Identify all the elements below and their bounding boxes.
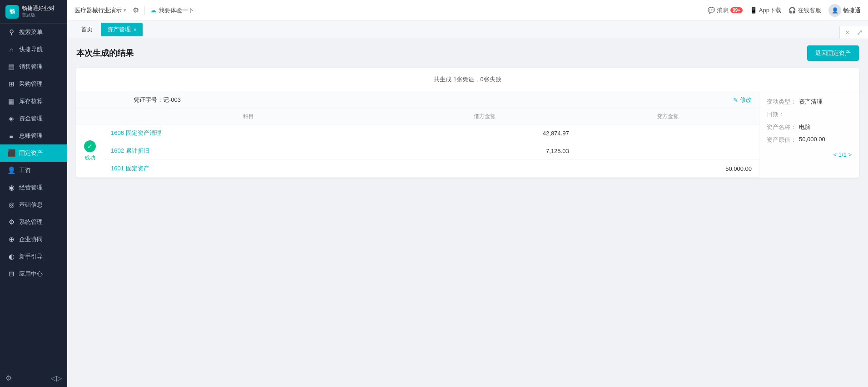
settings-gear-icon[interactable]: ⚙ bbox=[133, 6, 139, 15]
result-summary: 共生成 1张凭证，0张失败 bbox=[76, 68, 859, 91]
username: 畅捷通 bbox=[843, 6, 861, 15]
sidebar-item-salary[interactable]: 👤 工资 bbox=[0, 162, 67, 179]
purchase-icon: ⊞ bbox=[7, 80, 15, 88]
main-area: 医疗器械行业演示 ▾ ⚙ ☁ 我要体验一下 💬 消息 99+ 📱 App下载 🎧… bbox=[67, 0, 868, 387]
inventory-icon: ▦ bbox=[7, 97, 15, 105]
app-download-button[interactable]: 📱 App下载 bbox=[750, 6, 781, 15]
sidebar-item-label: 新手引导 bbox=[19, 253, 43, 261]
tab-close-icon[interactable]: × bbox=[134, 27, 136, 32]
message-icon: 💬 bbox=[708, 7, 715, 14]
panel-close-button[interactable]: × bbox=[843, 28, 851, 37]
summary-text: 共生成 1张凭证，0张失败 bbox=[434, 76, 501, 83]
table-header-subject: 科目 bbox=[104, 109, 393, 124]
asset-name-value: 电脑 bbox=[799, 123, 811, 131]
debit-cell-1: 42,874.97 bbox=[393, 124, 576, 142]
table-header-debit: 借方金额 bbox=[393, 109, 576, 124]
company-name: 医疗器械行业演示 bbox=[74, 6, 122, 15]
sidebar-item-system[interactable]: ⚙ 系统管理 bbox=[0, 213, 67, 231]
message-badge: 99+ bbox=[730, 7, 743, 13]
edit-label: 修改 bbox=[740, 96, 752, 104]
sidebar-item-label: 基础信息 bbox=[19, 201, 43, 209]
experience-button[interactable]: ☁ 我要体验一下 bbox=[150, 6, 194, 15]
change-type-row: 变动类型： 资产清理 bbox=[767, 98, 852, 106]
success-icon: ✓ bbox=[84, 140, 96, 152]
change-type-label: 变动类型： bbox=[767, 98, 796, 106]
capital-icon: ◈ bbox=[7, 114, 15, 123]
tabs-bar: 首页 资产管理 × bbox=[67, 21, 868, 38]
sidebar-item-capital[interactable]: ◈ 资金管理 bbox=[0, 110, 67, 127]
asset-name-row: 资产名称： 电脑 bbox=[767, 123, 852, 131]
sidebar-footer: ⚙ ◁▷ bbox=[0, 369, 67, 387]
voucher-table: 科目 借方金额 贷方金额 ✓ 成功 1606 固定资 bbox=[76, 109, 759, 178]
content-area: 本次生成的结果 返回固定资产 共生成 1张凭证，0张失败 凭证字号：记-003 bbox=[67, 38, 868, 387]
logo-sub: 普及版 bbox=[22, 12, 55, 18]
sidebar-item-purchase[interactable]: ⊞ 采购管理 bbox=[0, 75, 67, 93]
voucher-header: 凭证字号：记-003 ✎ 修改 bbox=[76, 91, 759, 109]
table-row: ✓ 成功 1606 固定资产清理 42,874.97 bbox=[76, 124, 759, 142]
table-row: 1601 固定资产 50,000.00 bbox=[76, 160, 759, 178]
search-icon: ⚲ bbox=[7, 28, 15, 36]
sidebar-item-label: 资金管理 bbox=[19, 114, 43, 123]
fixed-assets-icon: ⬛ bbox=[7, 149, 15, 157]
table-header-credit: 贷方金额 bbox=[576, 109, 759, 124]
credit-cell-3: 50,000.00 bbox=[576, 160, 759, 178]
sidebar-item-enterprise[interactable]: ⊕ 企业协同 bbox=[0, 231, 67, 248]
original-value-value: 50,000.00 bbox=[799, 136, 825, 144]
side-pagination[interactable]: < 1/1 > bbox=[767, 151, 852, 158]
status-label: 成功 bbox=[84, 154, 96, 162]
page-header: 本次生成的结果 返回固定资产 bbox=[76, 45, 859, 61]
sidebar-item-sales[interactable]: ▤ 销售管理 bbox=[0, 58, 67, 75]
pagination-next[interactable]: > bbox=[848, 151, 852, 158]
panel-expand-button[interactable]: ⤢ bbox=[855, 28, 864, 37]
chevron-down-icon: ▾ bbox=[124, 7, 126, 13]
sidebar-item-fixed-assets[interactable]: ⬛ 固定资产 bbox=[0, 144, 67, 162]
divider bbox=[144, 6, 145, 15]
sidebar-item-ledger[interactable]: ≡ 总账管理 bbox=[0, 127, 67, 144]
debit-cell-3 bbox=[393, 160, 576, 178]
voucher-no: 凭证字号：记-003 bbox=[134, 96, 181, 104]
sidebar-item-label: 应用中心 bbox=[19, 270, 43, 278]
message-button[interactable]: 💬 消息 99+ bbox=[708, 6, 743, 15]
sidebar-nav: ⚲ 搜索菜单 ⌂ 快捷导航 ▤ 销售管理 ⊞ 采购管理 ▦ 库存核算 ◈ 资金管… bbox=[0, 24, 67, 369]
sidebar-item-quick-nav[interactable]: ⌂ 快捷导航 bbox=[0, 41, 67, 58]
download-icon: 📱 bbox=[750, 7, 757, 14]
sidebar-item-label: 总账管理 bbox=[19, 132, 43, 140]
change-type-value: 资产清理 bbox=[799, 98, 823, 106]
sidebar-item-basic-info[interactable]: ◎ 基础信息 bbox=[0, 196, 67, 213]
user-profile[interactable]: 👤 畅捷通 bbox=[828, 4, 861, 17]
headset-icon: 🎧 bbox=[789, 7, 796, 14]
settings-icon[interactable]: ⚙ bbox=[5, 374, 12, 382]
company-selector[interactable]: 医疗器械行业演示 ▾ bbox=[74, 6, 126, 15]
sidebar-item-business[interactable]: ◉ 经营管理 bbox=[0, 179, 67, 196]
sidebar-item-label: 搜索菜单 bbox=[19, 28, 43, 36]
sidebar-item-guide[interactable]: ◐ 新手引导 bbox=[0, 248, 67, 265]
pagination-prev[interactable]: < bbox=[833, 151, 837, 158]
page-title: 本次生成的结果 bbox=[76, 48, 134, 59]
tab-home[interactable]: 首页 bbox=[74, 23, 99, 36]
collapse-icon[interactable]: ◁▷ bbox=[51, 374, 62, 382]
date-label: 日期： bbox=[767, 110, 784, 119]
sidebar-item-app-center[interactable]: ⊟ 应用中心 bbox=[0, 265, 67, 283]
sidebar-item-label: 经营管理 bbox=[19, 184, 43, 192]
subject-cell-3: 1601 固定资产 bbox=[104, 160, 393, 178]
tab-asset-label: 资产管理 bbox=[107, 25, 131, 34]
sidebar-item-label: 库存核算 bbox=[19, 97, 43, 105]
tab-asset-management[interactable]: 资产管理 × bbox=[101, 23, 143, 36]
return-button[interactable]: 返回固定资产 bbox=[807, 45, 859, 61]
customer-service-label: 在线客服 bbox=[798, 6, 821, 15]
sidebar-item-label: 固定资产 bbox=[19, 149, 43, 157]
table-header-status bbox=[76, 109, 104, 124]
date-row: 日期： bbox=[767, 110, 852, 119]
sales-icon: ▤ bbox=[7, 63, 15, 71]
logo-text: 畅捷通好业财 bbox=[22, 5, 55, 12]
edit-button[interactable]: ✎ 修改 bbox=[733, 96, 752, 104]
sidebar-item-search[interactable]: ⚲ 搜索菜单 bbox=[0, 24, 67, 41]
table-row: 1602 累计折旧 7,125.03 bbox=[76, 142, 759, 160]
credit-cell-1 bbox=[576, 124, 759, 142]
sidebar-item-label: 快捷导航 bbox=[19, 45, 43, 54]
original-value-label: 资产原值： bbox=[767, 136, 796, 144]
sidebar: 畅 畅捷通好业财 普及版 ⚲ 搜索菜单 ⌂ 快捷导航 ▤ 销售管理 ⊞ 采购管理… bbox=[0, 0, 67, 387]
subject-cell-1: 1606 固定资产清理 bbox=[104, 124, 393, 142]
customer-service-button[interactable]: 🎧 在线客服 bbox=[789, 6, 821, 15]
sidebar-item-inventory[interactable]: ▦ 库存核算 bbox=[0, 93, 67, 110]
